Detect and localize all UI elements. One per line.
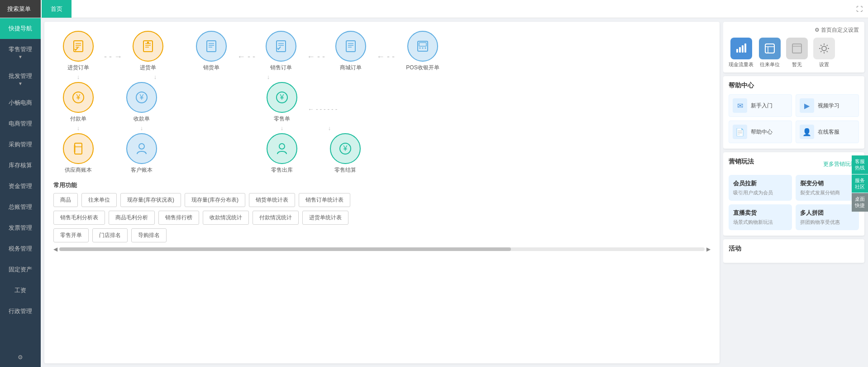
sidebar-item-ecom1[interactable]: 小畅电商 (0, 92, 41, 113)
sidebar-item-admin[interactable]: 行政管理 (0, 301, 41, 322)
sidebar-item-retail[interactable]: 零售管理 ▼ (0, 39, 41, 66)
sidebar-item-salary[interactable]: 工资 (0, 280, 41, 301)
marketing-item-group[interactable]: 多人拼团 拼团购物享受优惠 (796, 204, 859, 230)
node-mall-order[interactable] (335, 31, 366, 62)
func-btn-guide-rank[interactable]: 导购排名 (131, 228, 167, 242)
none-icon (786, 38, 808, 59)
sidebar-item-invoice[interactable]: 发票管理 (0, 217, 41, 238)
gear-icon[interactable]: ⚙ (0, 348, 41, 367)
svg-rect-15 (346, 41, 355, 52)
node-pos[interactable] (407, 31, 438, 62)
help-item-service[interactable]: 👤 在线客服 (796, 121, 859, 143)
marketing-item-live[interactable]: 直播卖货 场景式购物新玩法 (729, 204, 792, 230)
arrow-5: ← - - - - - - (308, 106, 337, 123)
arrow-2: ← - - (237, 52, 255, 72)
float-btn-community[interactable]: 服务社区 (852, 174, 868, 193)
nav-icon-cashflow[interactable]: 现金流量表 (729, 38, 754, 68)
quicknav-icons: 现金流量表 往来单位 暂无 (729, 38, 859, 68)
float-btn-service[interactable]: 客服热线 (852, 155, 868, 174)
beginner-icon: ✉ (733, 98, 747, 113)
sidebar-item-assets[interactable]: 固定资产 (0, 259, 41, 280)
svg-text:¥: ¥ (280, 93, 284, 101)
svg-point-33 (139, 144, 144, 149)
svg-point-23 (425, 48, 426, 49)
node-retail-outbound[interactable] (267, 133, 297, 164)
func-btn-profit1[interactable]: 销售毛利分析表 (53, 211, 105, 225)
down-arrow-2: ↓ (130, 73, 180, 80)
settings-icon (813, 38, 835, 59)
sidebar-item-wholesale[interactable]: 批发管理 ▼ (0, 66, 41, 92)
func-btn-profit2[interactable]: 商品毛利分析 (109, 211, 155, 225)
sidebar: 快捷导航 零售管理 ▼ 批发管理 ▼ 小畅电商 电商管理 采购管理 库存核算 资… (0, 18, 41, 367)
node-sales-bill[interactable] (196, 31, 227, 62)
help-item-beginner[interactable]: ✉ 新手入门 (729, 94, 792, 117)
node-payment[interactable]: ¥ (63, 82, 94, 113)
func-btn-receipt-stat[interactable]: 收款情况统计 (203, 211, 249, 225)
func-btn-order-stat[interactable]: 销售订单统计表 (299, 193, 350, 207)
func-row-1: 商品 往来单位 现存量(库存状况表) 现存量(库存分布表) 销货单统计表 销售订… (53, 193, 711, 207)
func-btn-partners[interactable]: 往来单位 (81, 193, 117, 207)
svg-point-21 (420, 48, 421, 49)
func-btn-purchase-stat[interactable]: 进货单统计表 (302, 211, 348, 225)
svg-text:¥: ¥ (343, 145, 348, 152)
node-receipt[interactable]: ¥ (126, 82, 157, 113)
func-btn-store-rank[interactable]: 门店排名 (92, 228, 128, 242)
tab-home[interactable]: 首页 (42, 0, 72, 18)
node-retail-settlement[interactable]: ¥ (330, 133, 361, 164)
func-btn-payment-stat[interactable]: 付款情况统计 (253, 211, 299, 225)
common-functions: 常用功能 商品 往来单位 现存量(库存状况表) 现存量(库存分布表) 销货单统计… (53, 181, 711, 242)
marketing-section: 营销玩法 更多营销玩法 › 会员拉新 吸引用户成为会员 裂变分销 裂变式发展分销… (723, 152, 864, 236)
nav-icon-settings[interactable]: 设置 (813, 38, 835, 68)
node-purchase-order[interactable] (63, 31, 94, 62)
node-purchase-bill[interactable] (133, 31, 163, 62)
help-item-help[interactable]: 📄 帮助中心 (729, 121, 792, 143)
svg-rect-40 (744, 43, 746, 53)
func-row-2: 销售毛利分析表 商品毛利分析 销售排行榜 收款情况统计 付款情况统计 进货单统计… (53, 211, 711, 225)
nav-icon-partners[interactable]: 往来单位 (759, 38, 781, 68)
func-btn-sales-stat[interactable]: 销货单统计表 (249, 193, 295, 207)
func-btn-stock2[interactable]: 现存量(库存分布表) (185, 193, 245, 207)
activity-section: 活动 (723, 239, 864, 263)
cashflow-icon (730, 38, 752, 59)
marketing-item-member[interactable]: 会员拉新 吸引用户成为会员 (729, 175, 792, 201)
help-icon: 📄 (733, 125, 747, 139)
float-btn-desktop[interactable]: 桌面快捷 (852, 193, 868, 212)
svg-rect-32 (74, 145, 76, 152)
svg-rect-39 (742, 45, 744, 53)
scroll-track[interactable] (59, 247, 705, 251)
sidebar-item-inventory[interactable]: 库存核算 (0, 155, 41, 176)
sidebar-item-funds[interactable]: 资金管理 (0, 176, 41, 197)
scroll-left[interactable]: ◀ (53, 246, 57, 252)
svg-rect-37 (736, 49, 738, 53)
marketing-item-fission[interactable]: 裂变分销 裂变式发展分销商 (796, 175, 859, 201)
node-retail-bill[interactable]: ¥ (267, 82, 297, 113)
scroll-thumb (59, 247, 511, 251)
down-arrow-1: ↓ (53, 73, 103, 80)
search-menu[interactable]: 搜索菜单 (0, 0, 41, 18)
func-btn-retail-order[interactable]: 零售开单 (53, 228, 89, 242)
func-btn-goods[interactable]: 商品 (53, 193, 78, 207)
help-item-video[interactable]: ▶ 视频学习 (796, 94, 859, 117)
scroll-right[interactable]: ▶ (706, 246, 711, 252)
svg-text:¥: ¥ (76, 93, 81, 101)
node-supplier-ledger[interactable] (63, 133, 94, 164)
nav-icon-none[interactable]: 暂无 (786, 38, 808, 68)
sidebar-item-purchase[interactable]: 采购管理 (0, 134, 41, 155)
down-arrow-3: ↓ (243, 73, 293, 80)
expand-icon[interactable]: ⛶ (856, 5, 868, 13)
help-grid: ✉ 新手入门 ▶ 视频学习 📄 帮助中心 👤 (729, 94, 859, 143)
scroll-bar[interactable]: ◀ ▶ (53, 246, 711, 252)
func-btn-rank[interactable]: 销售排行榜 (158, 211, 199, 225)
sidebar-item-tax[interactable]: 税务管理 (0, 238, 41, 259)
quicknav-settings[interactable]: ⚙ 首页自定义设置 (729, 26, 859, 34)
activity-title: 活动 (729, 245, 859, 253)
svg-rect-8 (207, 41, 216, 52)
node-sales-order[interactable] (266, 31, 296, 62)
node-customer-ledger[interactable] (126, 133, 157, 164)
sidebar-item-quicknav[interactable]: 快捷导航 (0, 18, 41, 39)
svg-point-34 (279, 144, 285, 149)
sidebar-item-ledger[interactable]: 总账管理 (0, 197, 41, 217)
sidebar-item-ecom2[interactable]: 电商管理 (0, 113, 41, 134)
func-btn-stock1[interactable]: 现存量(库存状况表) (120, 193, 181, 207)
marketing-title: 营销玩法 (729, 158, 754, 166)
